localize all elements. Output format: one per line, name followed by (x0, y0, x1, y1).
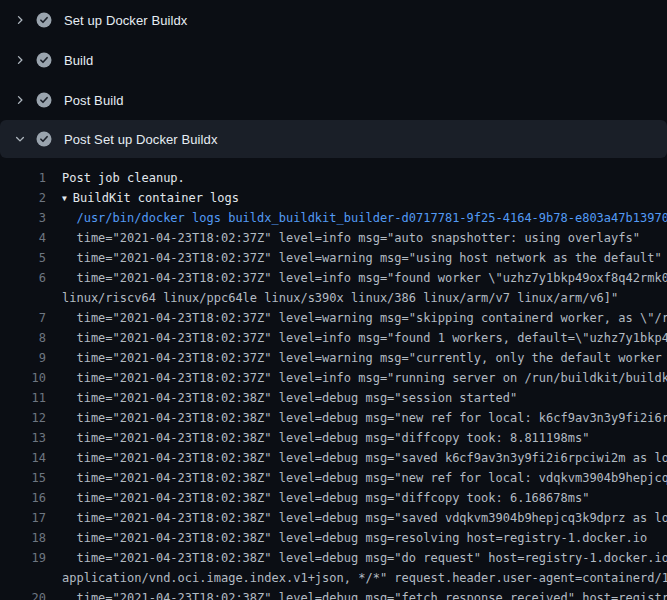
log-line-text: linux/riscv64 linux/ppc64le linux/s390x … (62, 288, 618, 308)
log-line-text[interactable]: ▼BuildKit container logs (62, 188, 239, 208)
log-line: 13 time="2021-04-23T18:02:38Z" level=deb… (0, 428, 667, 448)
log-line-number[interactable]: 18 (0, 528, 46, 548)
log-line-number[interactable]: 10 (0, 368, 46, 388)
log-line: 12 time="2021-04-23T18:02:38Z" level=deb… (0, 408, 667, 428)
log-line-number[interactable]: 15 (0, 468, 46, 488)
log-line: application/vnd.oci.image.index.v1+json,… (0, 568, 667, 588)
step-row[interactable]: Post Set up Docker Buildx (0, 120, 667, 158)
log-line: linux/riscv64 linux/ppc64le linux/s390x … (0, 288, 667, 308)
chevron-right-icon (12, 92, 28, 108)
log-line-text: time="2021-04-23T18:02:38Z" level=debug … (62, 488, 589, 508)
log-line-text: time="2021-04-23T18:02:38Z" level=debug … (62, 408, 667, 428)
log-line-text: time="2021-04-23T18:02:38Z" level=debug … (62, 428, 589, 448)
log-line: 3 /usr/bin/docker logs buildx_buildkit_b… (0, 208, 667, 228)
log-line-number[interactable]: 12 (0, 408, 46, 428)
log-line-text: time="2021-04-23T18:02:38Z" level=debug … (62, 528, 647, 548)
log-line: 2 ▼BuildKit container logs (0, 188, 667, 208)
log-line-text: time="2021-04-23T18:02:37Z" level=info m… (62, 368, 667, 388)
log-line-number[interactable]: 2 (0, 188, 46, 208)
log-line-number[interactable]: 1 (0, 168, 46, 188)
log-line-number[interactable]: 7 (0, 308, 46, 328)
log-line-text: time="2021-04-23T18:02:38Z" level=debug … (62, 548, 667, 568)
log-line-number[interactable]: 6 (0, 268, 46, 288)
log-line: 11 time="2021-04-23T18:02:38Z" level=deb… (0, 388, 667, 408)
workflow-log-viewer: Set up Docker Buildx Build Post Build Po… (0, 0, 667, 600)
log-line-text: time="2021-04-23T18:02:37Z" level=info m… (62, 228, 640, 248)
log-line: 19 time="2021-04-23T18:02:38Z" level=deb… (0, 548, 667, 568)
step-list: Set up Docker Buildx Build Post Build Po… (0, 0, 667, 158)
log-line-number[interactable]: 19 (0, 548, 46, 568)
check-circle-icon (36, 131, 52, 147)
step-title: Post Build (64, 93, 124, 108)
log-line-text: Post job cleanup. (62, 168, 185, 188)
log-line-text: time="2021-04-23T18:02:37Z" level=warnin… (62, 248, 662, 268)
log-line-text: time="2021-04-23T18:02:38Z" level=debug … (62, 388, 517, 408)
log-line-text: time="2021-04-23T18:02:38Z" level=debug … (62, 508, 667, 528)
log-line: 18 time="2021-04-23T18:02:38Z" level=deb… (0, 528, 667, 548)
log-line-text: time="2021-04-23T18:02:37Z" level=warnin… (62, 348, 667, 368)
step-title: Set up Docker Buildx (64, 13, 187, 28)
log-line: 6 time="2021-04-23T18:02:37Z" level=info… (0, 268, 667, 288)
collapse-triangle-icon: ▼ (62, 189, 67, 208)
log-line: 15 time="2021-04-23T18:02:38Z" level=deb… (0, 468, 667, 488)
log-line-number[interactable]: 17 (0, 508, 46, 528)
log-line: 17 time="2021-04-23T18:02:38Z" level=deb… (0, 508, 667, 528)
log-line-number[interactable]: 9 (0, 348, 46, 368)
step-title: Build (64, 53, 93, 68)
log-line: 20 time="2021-04-23T18:02:38Z" level=deb… (0, 588, 667, 600)
log-line-text: time="2021-04-23T18:02:38Z" level=debug … (62, 588, 667, 600)
log-line-number[interactable] (0, 568, 46, 588)
step-row[interactable]: Post Build (0, 80, 667, 120)
log-area[interactable]: 1 Post job cleanup. 2 ▼BuildKit containe… (0, 158, 667, 600)
chevron-down-icon (12, 131, 28, 147)
check-circle-icon (36, 92, 52, 108)
log-line-number[interactable]: 20 (0, 588, 46, 600)
log-line-number[interactable]: 16 (0, 488, 46, 508)
check-circle-icon (36, 12, 52, 28)
log-line-text: time="2021-04-23T18:02:37Z" level=info m… (62, 328, 667, 348)
log-line: 9 time="2021-04-23T18:02:37Z" level=warn… (0, 348, 667, 368)
log-line-text: time="2021-04-23T18:02:38Z" level=debug … (62, 448, 667, 468)
log-line-number[interactable]: 5 (0, 248, 46, 268)
log-line-text: time="2021-04-23T18:02:37Z" level=info m… (62, 268, 667, 288)
log-line: 4 time="2021-04-23T18:02:37Z" level=info… (0, 228, 667, 248)
step-title: Post Set up Docker Buildx (64, 132, 218, 147)
check-circle-icon (36, 52, 52, 68)
log-line-number[interactable]: 14 (0, 448, 46, 468)
log-line-number[interactable]: 4 (0, 228, 46, 248)
log-line: 16 time="2021-04-23T18:02:38Z" level=deb… (0, 488, 667, 508)
log-line-number[interactable]: 3 (0, 208, 46, 228)
chevron-right-icon (12, 52, 28, 68)
log-line-text: time="2021-04-23T18:02:37Z" level=warnin… (62, 308, 667, 328)
log-line-text: /usr/bin/docker logs buildx_buildkit_bui… (62, 208, 667, 228)
log-line-number[interactable] (0, 288, 46, 308)
log-line: 7 time="2021-04-23T18:02:37Z" level=warn… (0, 308, 667, 328)
log-line-text: time="2021-04-23T18:02:38Z" level=debug … (62, 468, 667, 488)
chevron-right-icon (12, 12, 28, 28)
log-line: 8 time="2021-04-23T18:02:37Z" level=info… (0, 328, 667, 348)
log-line-number[interactable]: 11 (0, 388, 46, 408)
log-line: 10 time="2021-04-23T18:02:37Z" level=inf… (0, 368, 667, 388)
log-line: 1 Post job cleanup. (0, 168, 667, 188)
step-row[interactable]: Build (0, 40, 667, 80)
step-row[interactable]: Set up Docker Buildx (0, 0, 667, 40)
log-line-text: application/vnd.oci.image.index.v1+json,… (62, 568, 667, 588)
log-line: 14 time="2021-04-23T18:02:38Z" level=deb… (0, 448, 667, 468)
log-line-number[interactable]: 13 (0, 428, 46, 448)
log-line: 5 time="2021-04-23T18:02:37Z" level=warn… (0, 248, 667, 268)
log-line-number[interactable]: 8 (0, 328, 46, 348)
